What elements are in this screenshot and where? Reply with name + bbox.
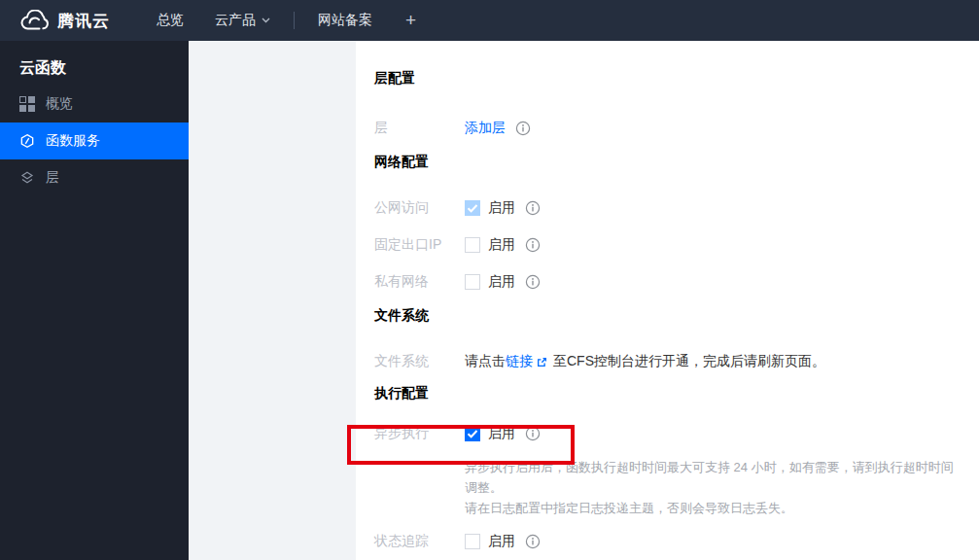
public-network-checkbox[interactable] <box>465 200 480 216</box>
brand-name: 腾讯云 <box>57 10 110 32</box>
nav-item-overview[interactable]: 总览 <box>141 0 199 41</box>
async-desc-line2: 请在日志配置中指定日志投递主题，否则会导致日志丢失。 <box>465 498 960 518</box>
info-icon[interactable] <box>525 534 541 549</box>
nav-products-label: 云产品 <box>215 12 256 29</box>
cfs-link[interactable]: 链接 <box>506 353 533 370</box>
enable-label: 启用 <box>488 236 515 254</box>
async-execution-checkbox[interactable] <box>465 426 480 441</box>
sidebar-item-label: 概览 <box>46 95 73 113</box>
async-execution-label: 异步执行 <box>374 425 465 442</box>
sidebar-item-label: 函数服务 <box>46 132 100 150</box>
async-execution-description: 异步执行启用后，函数执行超时时间最大可支持 24 小时，如有需要，请到执行超时时… <box>465 457 960 518</box>
navbar-divider <box>294 12 295 29</box>
nav-item-products[interactable]: 云产品 <box>199 0 286 41</box>
fixed-ip-row: 固定出口IP 启用 <box>374 229 960 261</box>
layer-label: 层 <box>374 120 465 137</box>
enable-label: 启用 <box>488 273 515 291</box>
filesystem-text-before: 请点击 <box>465 353 506 370</box>
tencent-cloud-logo[interactable]: 腾讯云 <box>19 10 110 32</box>
info-icon[interactable] <box>525 274 541 290</box>
section-heading-filesystem: 文件系统 <box>374 305 960 325</box>
settings-panel: 层配置 层 添加层 网络配置 公网访问 启 <box>356 41 979 560</box>
sidebar-title: 云函数 <box>0 41 189 86</box>
sidebar-item-layers[interactable]: 层 <box>0 159 189 196</box>
nav-overview-label: 总览 <box>157 12 184 29</box>
sidebar: 云函数 概览 函数服务 层 <box>0 41 189 560</box>
secondary-panel <box>189 41 356 560</box>
function-icon <box>19 133 35 149</box>
cloud-logo-icon <box>19 10 49 31</box>
filesystem-text-after: 至CFS控制台进行开通，完成后请刷新页面。 <box>553 353 825 370</box>
section-heading-execution: 执行配置 <box>374 383 960 402</box>
async-desc-line1: 异步执行启用后，函数执行超时时间最大可支持 24 小时，如有需要，请到执行超时时… <box>465 457 960 498</box>
async-execution-row: 异步执行 启用 <box>374 418 960 449</box>
info-icon[interactable] <box>515 121 531 136</box>
public-network-row: 公网访问 启用 <box>374 192 960 224</box>
sidebar-item-function-service[interactable]: 函数服务 <box>0 122 189 159</box>
vpc-row: 私有网络 启用 <box>374 266 960 298</box>
sidebar-item-label: 层 <box>46 169 59 187</box>
vpc-checkbox[interactable] <box>465 274 480 290</box>
vpc-label: 私有网络 <box>374 273 465 291</box>
status-trace-row: 状态追踪 启用 <box>374 526 960 557</box>
section-heading-layer-config: 层配置 <box>374 68 960 88</box>
console-page: 腾讯云 总览 云产品 网站备案 + 云函数 <box>0 0 979 560</box>
info-icon[interactable] <box>525 426 541 441</box>
chevron-down-icon <box>262 18 270 23</box>
navbar-menu: 总览 云产品 网站备案 + <box>141 0 434 41</box>
fixed-ip-checkbox[interactable] <box>465 237 480 253</box>
nav-icp-label: 网站备案 <box>318 12 372 29</box>
filesystem-label: 文件系统 <box>374 353 465 370</box>
top-navbar: 腾讯云 总览 云产品 网站备案 + <box>0 0 979 41</box>
info-icon[interactable] <box>525 200 541 216</box>
info-icon[interactable] <box>525 237 541 253</box>
external-link-icon <box>536 356 548 368</box>
add-layer-link[interactable]: 添加层 <box>465 120 506 137</box>
add-tab-button[interactable]: + <box>388 0 434 41</box>
public-network-label: 公网访问 <box>374 199 465 217</box>
status-trace-checkbox[interactable] <box>465 534 480 549</box>
grid-icon <box>19 96 35 112</box>
enable-label: 启用 <box>488 533 515 550</box>
sidebar-item-overview[interactable]: 概览 <box>0 86 189 122</box>
filesystem-row: 文件系统 请点击链接 至CFS控制台进行开通，完成后请刷新页面。 <box>374 346 960 377</box>
status-trace-label: 状态追踪 <box>374 533 465 550</box>
nav-item-icp[interactable]: 网站备案 <box>302 0 388 41</box>
layers-icon <box>19 170 35 186</box>
plus-icon: + <box>405 10 416 31</box>
enable-label: 启用 <box>488 425 515 442</box>
layer-row: 层 添加层 <box>374 113 960 144</box>
fixed-ip-label: 固定出口IP <box>374 236 465 254</box>
section-heading-network-config: 网络配置 <box>374 152 960 171</box>
enable-label: 启用 <box>488 199 515 217</box>
